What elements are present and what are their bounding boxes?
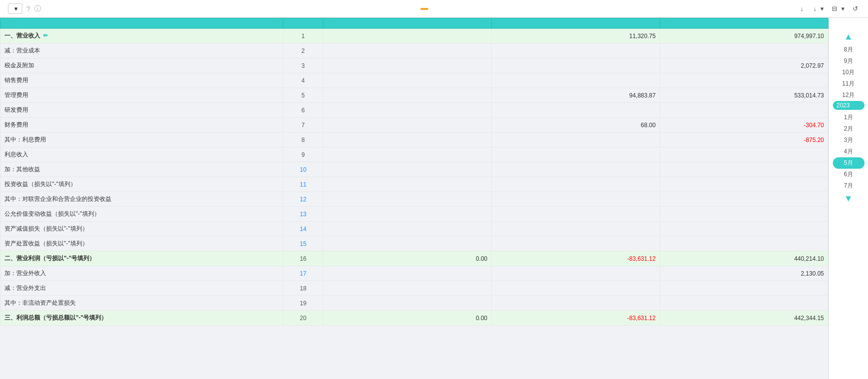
year-val: 11,320.75 [492, 29, 660, 44]
row-num-cell: 19 [283, 296, 323, 311]
row-num-cell[interactable]: 10 [283, 162, 323, 177]
table-row: 财务费用 7 68.00 -304.70 [0, 118, 828, 133]
download-button[interactable]: ↓ ▾ [813, 5, 824, 12]
sidebar-month-item[interactable]: 2月 [833, 123, 865, 135]
table-row: 加：营业外收入 17 2,130.05 [0, 266, 828, 281]
row-num-cell[interactable]: 15 [283, 237, 323, 251]
item-cell: 利息收入 [0, 147, 283, 162]
month-val [323, 103, 492, 118]
lastyear-val [660, 207, 828, 222]
year-val [492, 222, 660, 237]
row-num-cell[interactable]: 13 [283, 207, 323, 222]
lastyear-val [660, 147, 828, 162]
unfinished-badge [420, 8, 428, 10]
refresh-icon: ↺ [853, 5, 858, 12]
help-icon: ? [26, 5, 30, 13]
row-num-cell: 1 [283, 29, 323, 44]
item-cell: 三、利润总额（亏损总额以"-"号填列） [0, 311, 283, 326]
month-val [323, 222, 492, 237]
edit-icon[interactable]: ✏ [43, 32, 48, 39]
table-row: 其中：非流动资产处置损失 19 [0, 296, 828, 311]
item-cell: 公允价值变动收益（损失以"-"填列） [0, 207, 283, 222]
year-val [492, 207, 660, 222]
item-cell: 二、营业利润（亏损以"-"号填列） [0, 251, 283, 266]
item-cell: 加：营业外收入 [0, 266, 283, 281]
row-num-cell[interactable]: 17 [283, 266, 323, 281]
table-row: 减：营业外支出 18 [0, 281, 828, 296]
sidebar-month-item[interactable]: 1月 [833, 112, 865, 123]
month-val [323, 162, 492, 177]
scroll-up-icon[interactable]: ▲ [844, 32, 853, 42]
lastyear-val [660, 222, 828, 237]
lastyear-val: 974,997.10 [660, 29, 828, 44]
item-cell: 税金及附加 [0, 58, 283, 73]
row-num-cell[interactable]: 14 [283, 222, 323, 237]
month-val [323, 192, 492, 207]
lastyear-val: -875.20 [660, 133, 828, 147]
lastyear-val: 2,072.97 [660, 58, 828, 73]
row-num-cell[interactable]: 11 [283, 177, 323, 192]
scope-selector[interactable]: ▾ [8, 3, 22, 14]
back-button[interactable]: ↓ [800, 5, 806, 12]
month-val [323, 281, 492, 296]
month-sidebar: ▲ 8月9月10月11月12月20231月2月3月4月5月6月7月 ▼ [828, 18, 868, 379]
month-val [323, 73, 492, 88]
row-num-cell: 20 [283, 311, 323, 326]
table-row: 减：营业成本 2 [0, 44, 828, 58]
row-num-cell[interactable]: 12 [283, 192, 323, 207]
table-row: 公允价值变动收益（损失以"-"填列） 13 [0, 207, 828, 222]
scroll-down-icon[interactable]: ▼ [844, 193, 853, 204]
back-icon: ↓ [800, 5, 804, 12]
row-num-cell: 16 [283, 251, 323, 266]
sidebar-month-item[interactable]: 6月 [833, 169, 865, 180]
sidebar-month-item[interactable]: 8月 [833, 44, 865, 55]
month-val: 0.00 [323, 311, 492, 326]
month-val [323, 177, 492, 192]
refresh-button[interactable]: ↺ [853, 5, 860, 12]
lastyear-val [660, 103, 828, 118]
sidebar-month-item[interactable]: 11月 [833, 78, 865, 90]
table-row: 二、营业利润（亏损以"-"号填列） 16 0.00 -83,631.12 440… [0, 251, 828, 266]
sidebar-month-item[interactable]: 5月 [833, 157, 865, 169]
table-row: 利息收入 9 [0, 147, 828, 162]
print-button[interactable]: ⊟ ▾ [832, 5, 845, 12]
year-val [492, 133, 660, 147]
lastyear-val [660, 73, 828, 88]
sidebar-month-item[interactable]: 12月 [833, 90, 865, 101]
table-row: 资产减值损失（损失以"-"填列） 14 [0, 222, 828, 237]
lastyear-val [660, 177, 828, 192]
sidebar-year-badge[interactable]: 2023 [833, 101, 865, 110]
sidebar-month-item[interactable]: 7月 [833, 180, 865, 191]
lastyear-val [660, 192, 828, 207]
col-header-lastyear [660, 18, 828, 29]
year-val [492, 58, 660, 73]
lastyear-val: -304.70 [660, 118, 828, 133]
table-row: 资产处置收益（损失以"-"填列） 15 [0, 237, 828, 251]
lastyear-val [660, 296, 828, 311]
table-row: 管理费用 5 94,883.87 533,014.73 [0, 88, 828, 103]
year-val [492, 162, 660, 177]
chevron-down-icon: ▾ [14, 5, 18, 12]
col-header-row [283, 18, 323, 29]
year-val [492, 147, 660, 162]
year-val [492, 103, 660, 118]
item-cell: 财务费用 [0, 118, 283, 133]
year-val [492, 44, 660, 58]
month-val [323, 266, 492, 281]
row-num-cell: 8 [283, 133, 323, 147]
sidebar-month-item[interactable]: 3月 [833, 135, 865, 146]
sidebar-month-item[interactable]: 9月 [833, 55, 865, 67]
sidebar-month-item[interactable]: 10月 [833, 67, 865, 78]
item-cell: 销售费用 [0, 73, 283, 88]
month-val: 0.00 [323, 251, 492, 266]
lastyear-val [660, 44, 828, 58]
col-header-item [0, 18, 283, 29]
item-cell: 其中：利息费用 [0, 133, 283, 147]
table-row: 销售费用 4 [0, 73, 828, 88]
year-val [492, 192, 660, 207]
item-cell: 加：其他收益 [0, 162, 283, 177]
sidebar-month-item[interactable]: 4月 [833, 146, 865, 157]
row-num-cell: 6 [283, 103, 323, 118]
lastyear-val: 2,130.05 [660, 266, 828, 281]
table-row: 研发费用 6 [0, 103, 828, 118]
